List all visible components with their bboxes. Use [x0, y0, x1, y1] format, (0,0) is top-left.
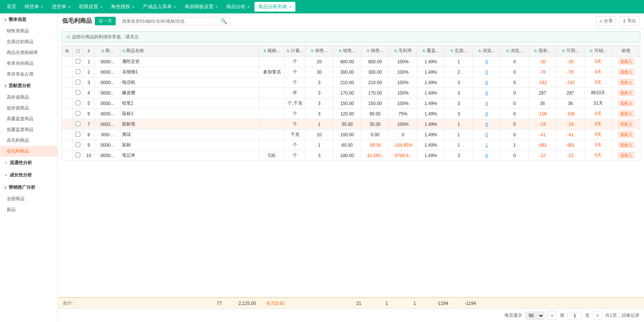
nav-role-close[interactable]: ✕: [132, 5, 135, 9]
cell-sales-qty: 3: [305, 150, 333, 161]
nav-product-analysis-close[interactable]: ✕: [247, 5, 250, 9]
search-icon[interactable]: 🔍: [221, 18, 227, 24]
sidebar-group-growth[interactable]: ＞ 成长性分析: [0, 169, 57, 181]
cell-browse1[interactable]: 0: [473, 119, 501, 130]
nav-purchase-close[interactable]: ✕: [68, 5, 71, 9]
nav-home[interactable]: 首页: [3, 2, 20, 12]
sidebar-group-marketing[interactable]: ∨ 营销推广分析: [0, 181, 57, 194]
sidebar-item-capital-usage[interactable]: 库存资金占用: [0, 69, 57, 80]
sidebar-item-stock-products[interactable]: 有库存的商品: [0, 58, 57, 69]
cell-browse1[interactable]: 0: [473, 77, 501, 88]
cell-current: -19: [529, 119, 557, 130]
col-settings[interactable]: ⚙: [62, 45, 73, 57]
col-sellable[interactable]: ⇅ 可销...: [584, 45, 612, 57]
nav-product-inbound-close[interactable]: ✕: [173, 5, 176, 9]
sidebar-group-overall[interactable]: ∨ 整体信息: [0, 13, 57, 26]
export-button[interactable]: ↥ 导出: [619, 16, 640, 26]
cell-check[interactable]: [73, 140, 83, 150]
footer-sales-profit: -8,723.91: [261, 301, 289, 306]
sidebar-item-traded-products[interactable]: 交易过的商品: [0, 36, 57, 47]
next-page-button[interactable]: ＞: [593, 311, 602, 320]
sidebar-item-all-products[interactable]: 全部商品: [0, 194, 57, 204]
cell-sales-qty: 10: [305, 130, 333, 140]
cell-sales-profit: 210.00: [361, 77, 389, 88]
nav-product-analysis-list[interactable]: 商品分析列表 ✕: [254, 2, 295, 12]
page-input[interactable]: [567, 312, 582, 319]
col-gross-rate[interactable]: ⇅ 毛利率: [389, 45, 417, 57]
col-browse1[interactable]: ⇅ 浏览...: [473, 45, 501, 57]
cell-browse1[interactable]: 0: [473, 130, 501, 140]
search-input[interactable]: [122, 19, 219, 24]
cell-unit: 个: [285, 119, 305, 130]
nav-product-inbound[interactable]: 产成品入库单 ✕: [139, 2, 180, 12]
cell-code: 0000...: [94, 57, 121, 67]
col-browse2[interactable]: ⇅ 浏览...: [501, 45, 529, 57]
sidebar-item-sales-products[interactable]: 销售类商品: [0, 26, 57, 36]
col-available[interactable]: ⇅ 可用...: [557, 45, 584, 57]
sidebar-item-high-profit[interactable]: 高毛利商品: [0, 135, 57, 146]
cell-check[interactable]: [73, 119, 83, 130]
sidebar-item-high-value[interactable]: 高价值商品: [0, 92, 57, 103]
col-sales-price[interactable]: ⇅ 销售...: [333, 45, 361, 57]
cell-check[interactable]: [73, 88, 83, 98]
cell-tag: 低收入: [612, 57, 640, 67]
nav-template-close[interactable]: ✕: [215, 5, 218, 9]
col-spec[interactable]: ⇅ 规格...: [259, 45, 285, 57]
col-code[interactable]: ⇅ 商...: [94, 45, 121, 57]
cell-check[interactable]: [73, 130, 83, 140]
nav-sales[interactable]: 销货单 ✕: [21, 2, 47, 12]
share-button[interactable]: ⤢ 分享: [596, 16, 616, 26]
col-unit[interactable]: ⇅ 计量...: [285, 45, 305, 57]
per-page-select[interactable]: 50 20 100: [525, 312, 544, 320]
filter-button[interactable]: 近一月: [95, 17, 116, 25]
cell-check[interactable]: [73, 77, 83, 88]
cell-sales-price: 35.00: [333, 119, 361, 130]
table-container[interactable]: ⚙ ☐ # ⇅ 商... ⇅ 商品名称 ⇅ 规格... ⇅ 计量... ⇅ 销售…: [58, 45, 644, 297]
nav-product-analysis[interactable]: 商品分析 ✕: [222, 2, 254, 12]
footer-current: -1194: [429, 301, 456, 306]
sidebar-item-low-profit[interactable]: 低毛利商品: [0, 146, 57, 157]
cell-check[interactable]: [73, 109, 83, 119]
col-sales-qty[interactable]: ⇅ 销售...: [305, 45, 333, 57]
sidebar-group-circulation[interactable]: ＞ 流通性分析: [0, 157, 57, 169]
cell-check[interactable]: [73, 57, 83, 67]
col-check-all[interactable]: ☐: [73, 45, 83, 57]
cell-browse2: 0: [501, 150, 529, 161]
cell-browse1[interactable]: 1: [473, 140, 501, 150]
cell-browse1[interactable]: 0: [473, 98, 501, 109]
col-cover[interactable]: ⇅ 覆盖...: [417, 45, 445, 57]
cell-unit: 件: [285, 88, 305, 98]
prev-page-button[interactable]: ＜: [547, 311, 557, 320]
sidebar-item-low-value[interactable]: 低价值商品: [0, 103, 57, 114]
search-box[interactable]: 🔍: [119, 17, 230, 25]
nav-product-analysis-list-close[interactable]: ✕: [289, 5, 292, 9]
nav-template[interactable]: 单据模板设置 ✕: [181, 2, 222, 12]
sidebar-group-contribution[interactable]: ∨ 贡献度分析: [0, 80, 57, 92]
col-trade[interactable]: ⇅ 交易...: [445, 45, 473, 57]
cell-check[interactable]: [73, 150, 83, 161]
nav-permission[interactable]: 权限设置 ✕: [75, 2, 106, 12]
cell-unit: 个: [285, 77, 305, 88]
sidebar-item-low-coverage[interactable]: 低覆盖度商品: [0, 124, 57, 135]
cell-browse1[interactable]: 0: [473, 57, 501, 67]
sidebar-item-new-products[interactable]: 新品: [0, 204, 57, 215]
sidebar-item-high-coverage[interactable]: 高覆盖度商品: [0, 114, 57, 124]
cell-sales-price: 180.00: [333, 150, 361, 161]
nav-permission-close[interactable]: ✕: [100, 5, 103, 9]
cell-browse1[interactable]: 0: [473, 150, 501, 161]
cell-browse1[interactable]: 0: [473, 67, 501, 77]
nav-role[interactable]: 角色授权 ✕: [107, 2, 138, 12]
cell-sales-price: 150.00: [333, 98, 361, 109]
cell-check[interactable]: [73, 98, 83, 109]
cell-check[interactable]: [73, 67, 83, 77]
col-sales-profit[interactable]: ⇅ 销售...: [361, 45, 389, 57]
col-name[interactable]: ⇅ 商品名称: [121, 45, 259, 57]
cell-spec: [259, 130, 285, 140]
nav-sales-close[interactable]: ✕: [41, 5, 44, 9]
col-current[interactable]: ⇅ 现有...: [529, 45, 557, 57]
cell-num: 3: [83, 77, 94, 88]
sidebar-item-category-rate[interactable]: 商品分类助销率: [0, 47, 57, 58]
cell-browse1[interactable]: 0: [473, 109, 501, 119]
cell-browse1[interactable]: 0: [473, 88, 501, 98]
nav-purchase[interactable]: 进货单 ✕: [48, 2, 74, 12]
